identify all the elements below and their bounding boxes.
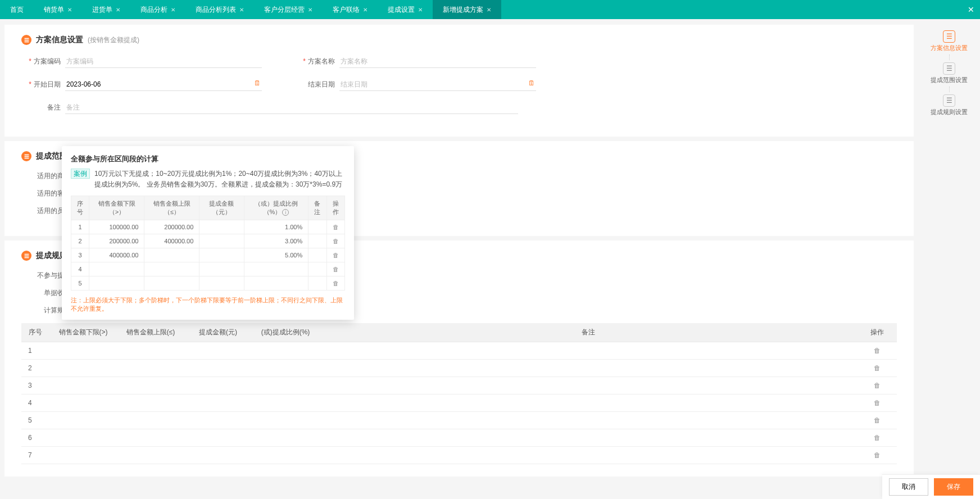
tab-purchase[interactable]: 进货单✕ — [82, 0, 130, 19]
tab-bar: 首页 销货单✕ 进货单✕ 商品分析✕ 商品分析列表✕ 客户分层经营✕ 客户联络✕… — [0, 0, 980, 19]
tab-new-commission-plan[interactable]: 新增提成方案✕ — [433, 0, 501, 19]
close-icon[interactable]: ✕ — [239, 7, 244, 13]
close-icon[interactable]: ✕ — [171, 7, 175, 13]
close-icon[interactable]: ✕ — [363, 7, 368, 13]
tab-customer-tier[interactable]: 客户分层经营✕ — [254, 0, 323, 19]
tab-commission-setting[interactable]: 提成设置✕ — [378, 0, 433, 19]
tab-home[interactable]: 首页 — [0, 0, 34, 19]
tab-product-analysis-list[interactable]: 商品分析列表✕ — [185, 0, 254, 19]
tab-product-analysis[interactable]: 商品分析✕ — [130, 0, 185, 19]
close-icon[interactable]: ✕ — [116, 7, 120, 13]
close-icon[interactable]: ✕ — [487, 7, 491, 13]
tab-customer-contact[interactable]: 客户联络✕ — [323, 0, 378, 19]
close-icon[interactable]: ✕ — [67, 7, 72, 13]
close-icon[interactable]: ✕ — [418, 7, 423, 13]
close-all-tabs-button[interactable]: ✕ — [968, 0, 974, 19]
tab-sales[interactable]: 销货单✕ — [34, 0, 82, 19]
close-icon[interactable]: ✕ — [308, 7, 312, 13]
